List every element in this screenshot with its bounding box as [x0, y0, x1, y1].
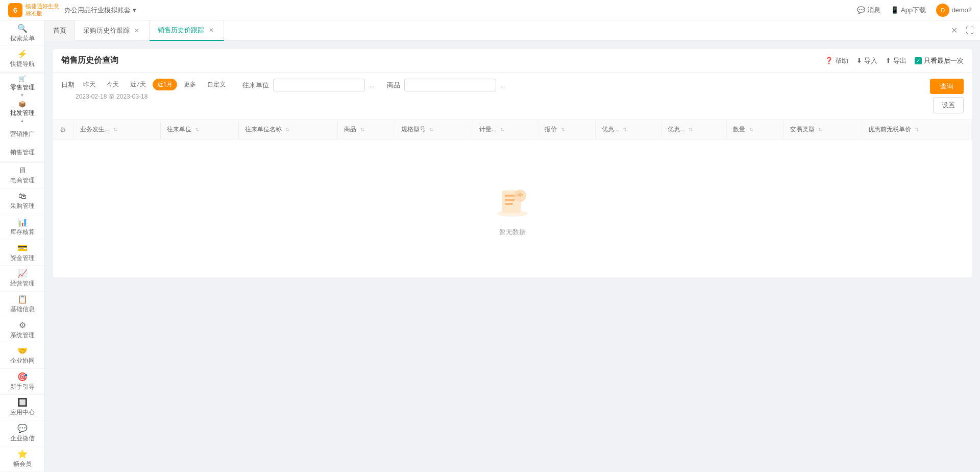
sidebar-item-inventory[interactable]: 📊 库存核算: [0, 214, 44, 240]
sidebar-item-label: 库存核算: [10, 228, 35, 237]
message-action[interactable]: 💬 消息: [857, 6, 880, 15]
import-action[interactable]: ⬇ 导入: [856, 56, 877, 65]
sidebar-item-app-center[interactable]: 🔲 应用中心: [0, 395, 44, 420]
empty-icon: [492, 180, 533, 221]
counterpart-dots[interactable]: ...: [369, 81, 375, 89]
th-unit[interactable]: 计量... ⇅: [473, 120, 538, 139]
column-settings-icon[interactable]: ⚙: [59, 126, 67, 134]
product-input[interactable]: [404, 79, 496, 91]
sidebar-item-retail[interactable]: 🛒 零售管理: [0, 74, 44, 99]
sidebar: 🔍 搜索菜单 ⚡ 快捷导航 🛒 零售管理 📦 批发管理 营销推广 销售管理 🖥 …: [0, 20, 45, 472]
th-quantity[interactable]: 数量 ⇅: [727, 120, 783, 139]
tab-purchase-history-close[interactable]: ✕: [133, 27, 141, 35]
sidebar-item-finance[interactable]: 💳 资金管理: [0, 240, 44, 266]
th-settings[interactable]: ⚙: [53, 120, 74, 139]
user-action[interactable]: D demo2: [936, 4, 972, 17]
ecommerce-icon: 🖥: [18, 166, 27, 175]
filter-bar: 日期 昨天 今天 近7天 近1月 更多 自定义 2023-02-18: [53, 73, 972, 120]
sidebar-item-member[interactable]: ⭐ 畅会员: [0, 446, 44, 472]
product-dots[interactable]: ...: [500, 81, 506, 89]
help-action[interactable]: ❓ 帮助: [825, 56, 848, 65]
content-area: 首页 采购历史价跟踪 ✕ 销售历史价跟踪 ✕ ✕ ⛶ 销售历史价查询: [45, 20, 980, 472]
tab-sales-history-close[interactable]: ✕: [207, 26, 215, 34]
th-pre-discount-price[interactable]: 优惠前无税单价 ⇅: [862, 120, 971, 139]
wholesale-icon: 📦: [18, 101, 26, 108]
sidebar-item-marketing[interactable]: 营销推广: [0, 125, 44, 143]
th-spec[interactable]: 规格型号 ⇅: [395, 120, 473, 139]
th-counterpart-name[interactable]: 往来单位名称 ⇅: [238, 120, 338, 139]
sort-icon-quantity: ⇅: [749, 127, 753, 132]
message-label: 消息: [867, 6, 880, 15]
only-last-checkbox[interactable]: ✓ 只看最后一次: [915, 56, 964, 65]
sidebar-item-operations[interactable]: 📈 经营管理: [0, 266, 44, 291]
date-btn-more[interactable]: 更多: [179, 79, 201, 90]
sort-icon-counterpart-code: ⇅: [195, 127, 199, 132]
sidebar-item-basic[interactable]: 📋 基础信息: [0, 292, 44, 317]
sidebar-item-sales[interactable]: 销售管理: [0, 143, 44, 161]
sidebar-item-purchase[interactable]: 🛍 采购管理: [0, 188, 44, 214]
sidebar-item-label: 新手引导: [10, 383, 35, 391]
tab-purchase-history-label: 采购历史价跟踪: [83, 26, 130, 35]
sidebar-item-label: 搜索菜单: [10, 34, 35, 43]
checkbox-icon: ✓: [915, 57, 922, 64]
counterpart-filter-group: 往来单位 ...: [242, 79, 375, 91]
tab-purchase-history[interactable]: 采购历史价跟踪 ✕: [75, 20, 150, 41]
header-left: 6 畅捷通好生意 标准版 办公用品行业模拟账套 ▾: [8, 3, 136, 17]
sidebar-item-search[interactable]: 🔍 搜索菜单: [0, 20, 44, 46]
fullscreen-btn[interactable]: ⛶: [964, 24, 976, 37]
counterpart-input[interactable]: [273, 79, 365, 91]
tab-home-label: 首页: [53, 26, 66, 35]
system-icon: ⚙: [19, 320, 26, 330]
query-button[interactable]: 查询: [930, 79, 964, 94]
sidebar-item-label: 批发管理: [10, 109, 35, 117]
table-header: ⚙ 业务发生... ⇅ 往来单位 ⇅: [53, 120, 972, 139]
th-counterpart-code[interactable]: 往来单位 ⇅: [160, 120, 238, 139]
page-title-bar: 销售历史价查询 ❓ 帮助 ⬇ 导入 ⬆ 导出: [53, 49, 972, 73]
sidebar-item-enterprise[interactable]: 🤝 企业协同: [0, 343, 44, 369]
sort-icon-counterpart-name: ⇅: [285, 127, 289, 132]
date-btn-yesterday[interactable]: 昨天: [79, 79, 100, 90]
date-btn-custom[interactable]: 自定义: [203, 79, 230, 90]
close-tab-btn[interactable]: ✕: [949, 23, 960, 37]
th-discount2[interactable]: 优惠... ⇅: [661, 120, 727, 139]
sort-icon-discount1: ⇅: [623, 127, 627, 132]
sidebar-item-quick-nav[interactable]: ⚡ 快捷导航: [0, 46, 44, 72]
app-download-action[interactable]: 📱 App下载: [891, 6, 926, 15]
sidebar-item-label: 经营管理: [10, 279, 35, 288]
date-btn-last1m[interactable]: 近1月: [153, 79, 178, 90]
logo-icon: 6: [8, 3, 22, 17]
sidebar-item-guide[interactable]: 🎯 新手引导: [0, 369, 44, 394]
sidebar-item-wholesale[interactable]: 📦 批发管理: [0, 99, 44, 125]
sidebar-item-label: 企业协同: [10, 357, 35, 365]
th-biz-date[interactable]: 业务发生... ⇅: [74, 120, 160, 139]
th-product[interactable]: 商品 ⇅: [338, 120, 395, 139]
sort-icon-quoted-price: ⇅: [561, 127, 565, 132]
date-btn-last7[interactable]: 近7天: [126, 79, 151, 90]
export-label: 导出: [893, 56, 906, 65]
app-selector[interactable]: 办公用品行业模拟账套 ▾: [64, 6, 136, 15]
sidebar-item-label: 电商管理: [10, 176, 35, 185]
tab-bar-end: ✕ ⛶: [949, 23, 980, 37]
enterprise-icon: 🤝: [17, 346, 28, 356]
sidebar-item-system[interactable]: ⚙ 系统管理: [0, 317, 44, 343]
th-discount1[interactable]: 优惠... ⇅: [595, 120, 661, 139]
export-action[interactable]: ⬆ 导出: [886, 56, 906, 65]
logo-area: 6 畅捷通好生意 标准版: [8, 3, 59, 17]
sidebar-item-label: 营销推广: [10, 130, 35, 138]
settings-button[interactable]: 设置: [933, 97, 964, 113]
purchase-icon: 🛍: [18, 192, 27, 201]
th-quoted-price[interactable]: 报价 ⇅: [538, 120, 595, 139]
product-filter-group: 商品 ...: [387, 79, 506, 91]
chevron-down-icon: ▾: [133, 6, 136, 14]
svg-point-6: [519, 195, 521, 197]
help-icon: ❓: [825, 57, 833, 64]
th-trade-type[interactable]: 交易类型 ⇅: [783, 120, 862, 139]
phone-icon: 📱: [891, 6, 899, 14]
tab-sales-history-label: 销售历史价跟踪: [158, 26, 204, 35]
date-btn-today[interactable]: 今天: [102, 79, 124, 90]
sidebar-item-ecommerce[interactable]: 🖥 电商管理: [0, 163, 44, 188]
sidebar-item-wechat[interactable]: 💬 企业微信: [0, 420, 44, 446]
tab-home[interactable]: 首页: [45, 20, 75, 41]
export-icon: ⬆: [886, 57, 891, 64]
tab-sales-history[interactable]: 销售历史价跟踪 ✕: [150, 20, 224, 41]
